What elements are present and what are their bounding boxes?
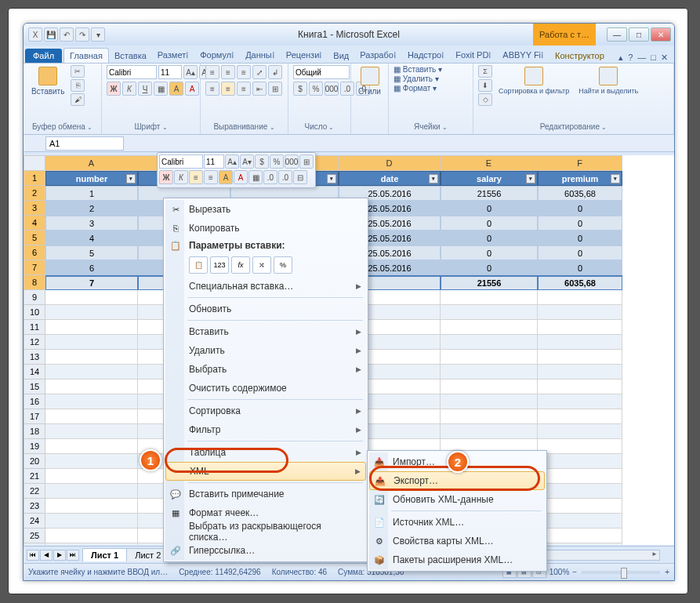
cells-format[interactable]: ▦ Формат ▾ — [394, 84, 437, 93]
cell-A4[interactable]: 3 — [45, 216, 138, 231]
row-header-13[interactable]: 13 — [24, 350, 45, 365]
row-header-21[interactable]: 21 — [24, 469, 45, 484]
cm-sort[interactable]: Сортировка▶ — [165, 401, 366, 420]
cm-format-cells[interactable]: ▦Формат ячеек… — [165, 503, 366, 522]
save-icon[interactable]: 💾 — [44, 27, 58, 42]
cell-A25[interactable] — [45, 529, 138, 543]
sheet-nav-last[interactable]: ⏭ — [67, 550, 79, 561]
cell-A10[interactable] — [45, 305, 138, 320]
tab-review[interactable]: Рецензи⁞ — [281, 48, 328, 63]
cell-E11[interactable] — [441, 320, 538, 335]
cm-paste-special[interactable]: Специальная вставка…▶ — [165, 277, 366, 296]
doc-restore-icon[interactable]: □ — [651, 53, 656, 63]
row-header-15[interactable]: 15 — [24, 380, 45, 394]
cut-icon[interactable]: ✂ — [71, 65, 85, 78]
cm-comment[interactable]: 💬Вставить примечание — [165, 485, 366, 503]
cells-insert[interactable]: ▦ Вставить ▾ — [394, 65, 442, 74]
mini-font-select[interactable]: Calibri — [159, 154, 203, 169]
mini-align-icon[interactable]: ≡ — [204, 170, 218, 184]
col-header-A[interactable]: A — [45, 155, 138, 171]
sort-filter-button[interactable]: Сортировка и фильтр — [495, 65, 572, 96]
cell-A18[interactable] — [45, 424, 138, 439]
table-header-date[interactable]: date▾ — [339, 171, 441, 186]
cm-select[interactable]: Выбрать▶ — [165, 360, 366, 379]
cell-F4[interactable]: 0 — [538, 216, 622, 231]
align-center-icon[interactable]: ≡ — [221, 82, 235, 96]
mini-bold-button[interactable]: Ж — [159, 170, 173, 184]
mini-shrink-font-icon[interactable]: A▾ — [240, 154, 254, 169]
cell-A24[interactable] — [45, 514, 138, 529]
cell-E8[interactable]: 21556 — [441, 275, 538, 290]
mini-font-color-icon[interactable]: A — [234, 170, 248, 184]
row-header-14[interactable]: 14 — [24, 365, 45, 380]
cell-F20[interactable] — [538, 454, 622, 469]
cell-E7[interactable]: 0 — [441, 260, 538, 275]
minimize-button[interactable]: — — [607, 27, 627, 42]
tab-addins[interactable]: Надстро⁞ — [402, 48, 450, 63]
row-header-5[interactable]: 5 — [24, 231, 45, 245]
cm-clear[interactable]: Очистить содержимое — [165, 379, 366, 398]
clear-icon[interactable]: ◇ — [478, 93, 492, 106]
bold-button[interactable]: Ж — [107, 82, 121, 96]
row-header-12[interactable]: 12 — [24, 335, 45, 350]
format-painter-icon[interactable]: 🖌 — [71, 93, 85, 106]
row-header-20[interactable]: 20 — [24, 454, 45, 469]
font-size-select[interactable]: 11 — [158, 65, 182, 79]
cm-dropdown-list[interactable]: Выбрать из раскрывающегося списка… — [165, 522, 366, 541]
cell-A26[interactable] — [45, 543, 138, 545]
sheet-nav-prev[interactable]: ◀ — [40, 550, 53, 561]
qat-more-icon[interactable]: ▾ — [91, 27, 105, 42]
cm-hyperlink[interactable]: 🔗Гиперссылка… — [165, 541, 366, 560]
cell-F15[interactable] — [538, 380, 622, 394]
cell-E6[interactable]: 0 — [441, 245, 538, 260]
cell-F10[interactable] — [538, 305, 622, 320]
tab-home[interactable]: Главная — [63, 48, 109, 63]
align-left-icon[interactable]: ≡ — [205, 82, 219, 96]
cell-E13[interactable] — [441, 350, 538, 365]
cell-A17[interactable] — [45, 409, 138, 424]
cell-F18[interactable] — [538, 424, 622, 439]
tab-formulas[interactable]: Формул⁞ — [194, 48, 240, 63]
mini-align-center-icon[interactable]: ≡ — [189, 170, 203, 184]
filter-dropdown-name[interactable]: ▾ — [327, 174, 336, 183]
paste-button[interactable]: Вставить — [28, 65, 67, 97]
styles-button[interactable]: Стили — [356, 65, 383, 97]
zoom-slider[interactable] — [582, 571, 660, 574]
row-header-2[interactable]: 2 — [24, 186, 45, 201]
tab-data[interactable]: Данны⁞ — [240, 48, 281, 63]
copy-icon[interactable]: ⎘ — [71, 79, 85, 92]
tab-file[interactable]: Файл — [25, 49, 62, 63]
cell-A9[interactable] — [45, 290, 138, 305]
mini-size-select[interactable]: 11 — [204, 154, 224, 169]
zoom-in-icon[interactable]: + — [665, 568, 669, 576]
row-header-22[interactable]: 22 — [24, 484, 45, 499]
mini-currency-icon[interactable]: $ — [255, 154, 269, 169]
tab-developer[interactable]: Разрабо⁞ — [354, 48, 402, 63]
merge-icon[interactable]: ⊞ — [268, 82, 282, 96]
italic-button[interactable]: К — [122, 82, 136, 96]
align-right-icon[interactable]: ≡ — [237, 82, 251, 96]
table-header-premium[interactable]: premium▾ — [538, 171, 622, 186]
mini-border-icon[interactable]: ▦ — [248, 170, 263, 184]
cell-F22[interactable] — [538, 484, 622, 499]
cell-E2[interactable]: 21556 — [441, 186, 538, 201]
wrap-text-icon[interactable]: ↲ — [268, 65, 282, 79]
cm-insert[interactable]: Вставить▶ — [165, 322, 366, 341]
mini-inc-decimal-icon[interactable]: .0 — [263, 170, 277, 184]
cell-E16[interactable] — [441, 394, 538, 409]
filter-dropdown-salary[interactable]: ▾ — [526, 174, 535, 183]
mini-dec-decimal-icon[interactable]: .0 — [278, 170, 292, 184]
mini-grow-font-icon[interactable]: A▴ — [225, 154, 239, 169]
cm-copy[interactable]: ⎘Копировать — [165, 219, 366, 238]
cell-E9[interactable] — [441, 290, 538, 305]
percent-icon[interactable]: % — [309, 82, 323, 96]
autosum-icon[interactable]: Σ — [478, 65, 492, 78]
cell-F17[interactable] — [538, 409, 622, 424]
excel-icon[interactable]: X — [28, 27, 42, 42]
tab-foxit[interactable]: Foxit PD⁞ — [450, 48, 497, 63]
cell-F21[interactable] — [538, 469, 622, 484]
cell-F6[interactable]: 0 — [538, 245, 622, 260]
cell-F13[interactable] — [538, 350, 622, 365]
doc-minimize-icon[interactable]: — — [637, 53, 646, 63]
row-header-7[interactable]: 7 — [24, 260, 45, 275]
